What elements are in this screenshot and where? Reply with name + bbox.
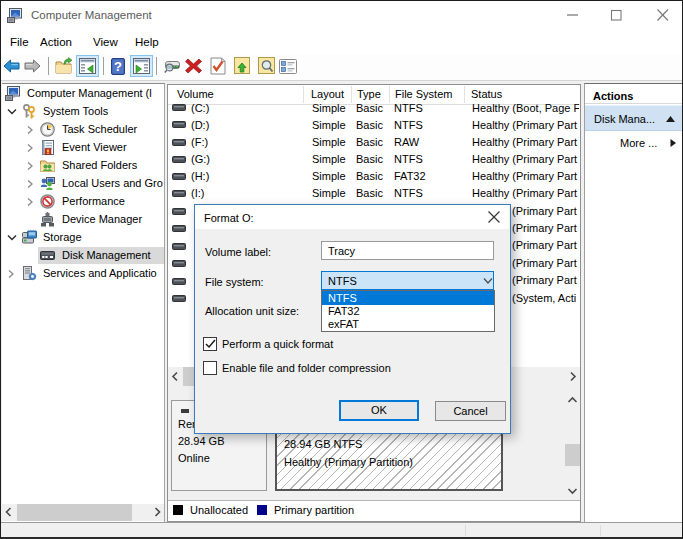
svg-text:?: ? [114,59,122,74]
